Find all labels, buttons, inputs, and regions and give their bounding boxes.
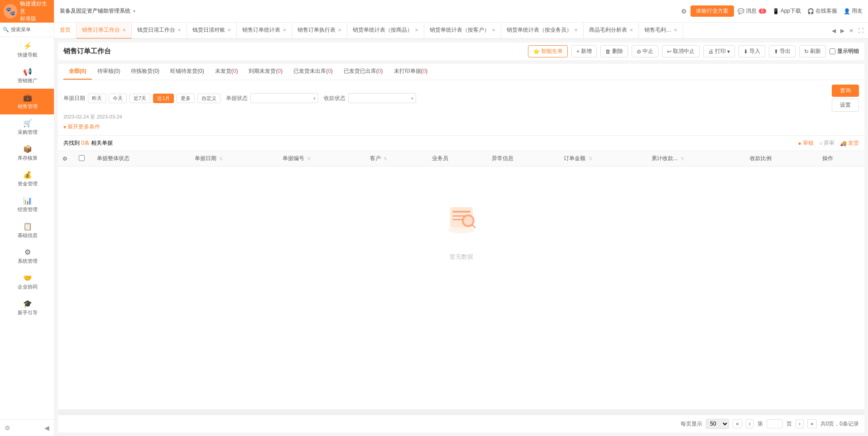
date-more-btn[interactable]: 更多 — [177, 94, 195, 103]
filter-payment-select[interactable] — [348, 93, 416, 103]
add-btn[interactable]: + 新增 — [571, 45, 597, 57]
filter-status-select-wrap — [250, 93, 318, 103]
sort-number-icon[interactable]: ⇅ — [307, 156, 311, 161]
tab-sales-stats-customer[interactable]: 销货单统计表（按客户） ✕ — [424, 23, 501, 39]
filter-date-item: 单据日期 昨天 今天 近7天 近1月 更多 自定义 — [63, 94, 221, 103]
topbar-messages[interactable]: 💬 消息 6 — [738, 7, 766, 15]
data-table: ⚙ 单据整体状态 单据日期 ⇅ — [58, 151, 864, 166]
sub-tab-wang-pending[interactable]: 旺铺待发货(0) — [165, 64, 210, 80]
refresh-btn[interactable]: ↻ 刷新 — [799, 45, 826, 57]
ship-action-btn[interactable]: 🚚 发货 — [840, 139, 859, 147]
review-action-btn[interactable]: ● 审核 — [798, 139, 814, 147]
sub-tab-not-printed[interactable]: 未打印单据(0) — [388, 64, 433, 80]
horizontal-scrollbar[interactable] — [58, 409, 864, 415]
sub-tab-shipped-out[interactable]: 已发货已出库(0) — [338, 64, 388, 80]
sort-amount-icon[interactable]: ⇅ — [589, 156, 592, 161]
experience-btn[interactable]: 体验行业方案 — [691, 5, 734, 17]
sort-received-icon[interactable]: ⇅ — [681, 156, 684, 161]
tab-close-cash-reconcile[interactable]: ✕ — [227, 28, 231, 33]
collapse-btn[interactable]: ◀ — [44, 424, 49, 431]
sidebar-item-purchase[interactable]: 🛒 采购管理 — [0, 114, 54, 140]
per-page-select[interactable]: 50 20 30 100 — [706, 419, 729, 429]
sidebar-search[interactable]: 🔍 搜索菜单 — [0, 23, 54, 37]
tab-close-cash-daily[interactable]: ✕ — [177, 28, 181, 33]
tab-close-sales-workbench[interactable]: ✕ — [122, 28, 126, 33]
tab-close-stats-staff[interactable]: ✕ — [574, 28, 578, 33]
sidebar-item-marketing[interactable]: 📢 营销推广 — [0, 63, 54, 89]
show-detail-input[interactable] — [830, 48, 835, 54]
print-btn[interactable]: 🖨 打印 ▾ — [703, 45, 735, 57]
sub-tab-all[interactable]: 全部(0) — [63, 64, 92, 80]
sidebar-item-operation[interactable]: 📊 经营管理 — [0, 192, 54, 218]
sidebar-item-corp[interactable]: 🤝 企业协同 — [0, 269, 54, 295]
topbar-gear-icon[interactable]: ⚙ — [681, 8, 687, 15]
headset-icon: 🎧 — [807, 8, 814, 14]
import-btn[interactable]: ⬇ 导入 — [739, 45, 765, 57]
sub-tab-not-shipped[interactable]: 未发货(0) — [210, 64, 244, 80]
date-custom-btn[interactable]: 自定义 — [197, 94, 221, 103]
select-all-checkbox[interactable] — [79, 155, 85, 161]
topbar-dropdown-icon[interactable]: ▾ — [133, 9, 135, 14]
topbar-app-download[interactable]: 📱 App下载 — [772, 7, 801, 15]
tab-close-all-btn[interactable]: ✕ — [847, 27, 855, 35]
last-page-btn[interactable]: » — [807, 419, 817, 428]
tab-sales-more[interactable]: 销售毛利… ✕ — [639, 23, 683, 39]
tab-prev-btn[interactable]: ◀ — [830, 27, 838, 35]
tab-cash-daily[interactable]: 钱货日清工作台 ✕ — [132, 23, 187, 39]
tab-close-stats-customer[interactable]: ✕ — [492, 28, 495, 33]
tab-sales-stats-staff[interactable]: 销货单统计表（按业务员） ✕ — [501, 23, 584, 39]
sidebar-item-sales[interactable]: 💼 销售管理 — [0, 89, 54, 114]
prev-page-btn[interactable]: ‹ — [746, 419, 754, 428]
cancel-review-action-btn[interactable]: ○ 弃审 — [819, 139, 834, 147]
cancel-stop-btn[interactable]: ↩ 取消中止 — [662, 45, 700, 57]
first-page-btn[interactable]: « — [733, 419, 742, 428]
sidebar-item-basic[interactable]: 📋 基础信息 — [0, 218, 54, 243]
col-settings-icon[interactable]: ⚙ — [62, 156, 67, 162]
expand-more-btn[interactable]: ▾ 展开更多条件 — [63, 123, 859, 131]
tab-close-sales-stats[interactable]: ✕ — [283, 28, 286, 33]
date-last7-btn[interactable]: 近7天 — [129, 94, 150, 103]
tab-product-margin[interactable]: 商品毛利分析表 ✕ — [584, 23, 639, 39]
tab-next-btn[interactable]: ▶ — [839, 27, 846, 35]
sidebar-logo: 🐾 畅捷通好生意 标准版 — [0, 0, 54, 23]
cancel-stop-icon: ↩ — [667, 48, 671, 55]
settings-bottom-btn[interactable]: ⚙ — [5, 424, 10, 431]
set-btn[interactable]: 设置 — [832, 99, 859, 112]
next-page-btn[interactable]: › — [796, 419, 804, 428]
sidebar-item-guide[interactable]: 🎓 新手引导 — [0, 295, 54, 321]
date-today-btn[interactable]: 今天 — [109, 94, 127, 103]
show-detail-checkbox[interactable]: 显示明细 — [830, 47, 859, 55]
tab-sales-workbench[interactable]: 销售订单工作台 ✕ — [77, 23, 132, 39]
sub-tab-pending-inspect[interactable]: 待拣验货(0) — [125, 64, 165, 80]
tab-home[interactable]: 首页 — [54, 23, 77, 39]
topbar-user[interactable]: 👤 用友 — [844, 7, 863, 15]
topbar-online-service[interactable]: 🎧 在线客服 — [807, 7, 837, 15]
sub-tab-pending-review[interactable]: 待审核(0) — [92, 64, 126, 80]
tab-close-product-margin[interactable]: ✕ — [629, 28, 633, 33]
page-input[interactable]: 1 — [767, 419, 783, 428]
filter-status-select[interactable] — [250, 93, 318, 103]
tab-fullscreen-btn[interactable]: ⛶ — [856, 27, 865, 35]
export-btn[interactable]: ⬆ 导出 — [769, 45, 796, 57]
tab-sales-stats-product[interactable]: 销货单统计表（按商品） ✕ — [347, 23, 424, 39]
delete-btn[interactable]: 🗑 删除 — [600, 45, 628, 57]
sub-tab-expired-not-shipped[interactable]: 到期未发货(0) — [243, 64, 288, 80]
sort-customer-icon[interactable]: ⇅ — [384, 156, 387, 161]
date-yesterday-btn[interactable]: 昨天 — [88, 94, 106, 103]
tab-close-stats-product[interactable]: ✕ — [415, 28, 418, 33]
sub-tab-shipped-not-out[interactable]: 已发货未出库(0) — [288, 64, 338, 80]
tab-sales-exec[interactable]: 销售订单执行表 ✕ — [292, 23, 347, 39]
tab-cash-reconcile[interactable]: 钱货日清对账 ✕ — [187, 23, 237, 39]
date-last1m-btn[interactable]: 近1月 — [153, 94, 174, 103]
ai-generate-btn[interactable]: ⭐ 智能生单 — [528, 45, 568, 57]
stop-btn[interactable]: ⊘ 中止 — [632, 45, 658, 57]
sidebar-item-quick-nav[interactable]: ⚡ 快捷导航 — [0, 37, 54, 63]
sort-date-icon[interactable]: ⇅ — [219, 156, 223, 161]
sidebar-item-finance[interactable]: 💰 资金管理 — [0, 166, 54, 192]
tab-close-sales-exec[interactable]: ✕ — [338, 28, 341, 33]
tab-sales-stats[interactable]: 销售订单统计表 ✕ — [237, 23, 292, 39]
sidebar-item-system[interactable]: ⚙ 系统管理 — [0, 243, 54, 269]
tab-close-sales-more[interactable]: ✕ — [674, 28, 677, 33]
sidebar-item-inventory[interactable]: 📦 库存核算 — [0, 140, 54, 166]
query-btn[interactable]: 查询 — [832, 85, 859, 97]
